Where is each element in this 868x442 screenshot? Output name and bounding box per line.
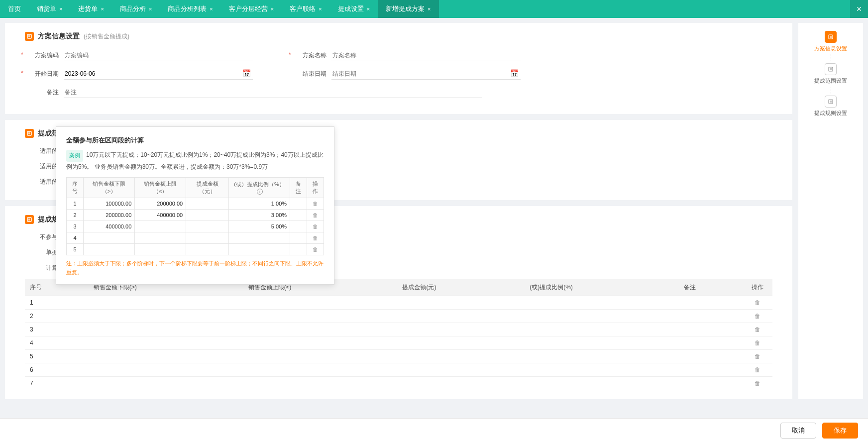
popover-desc: 案例10万元以下无提成；10~20万元提成比例为1%；20~40万提成比例为3%… (66, 150, 324, 172)
popover-title: 全额参与所在区间段的计算 (66, 136, 324, 145)
table-row: 4🗑 (67, 232, 324, 244)
svg-rect-3 (27, 131, 31, 135)
delete-icon[interactable]: 🗑 (755, 299, 760, 306)
tab-首页[interactable]: 首页 (0, 0, 29, 18)
close-icon[interactable]: × (367, 0, 370, 18)
svg-rect-0 (27, 34, 31, 38)
column-header: 销售金额下限（>） (83, 178, 134, 198)
tab-客户联络[interactable]: 客户联络× (282, 0, 329, 18)
column-header: 备注 (679, 279, 743, 296)
table-row: 1🗑 (25, 296, 772, 310)
anchor-nav: 方案信息设置提成范围设置提成规则设置 (798, 23, 863, 399)
close-icon[interactable]: × (428, 0, 431, 18)
delete-icon[interactable]: 🗑 (755, 313, 760, 320)
column-header: (或）提成比例（%） i (228, 178, 290, 198)
code-label: 方案编码 (25, 51, 59, 60)
popover-desc-text: 10万元以下无提成；10~20万元提成比例为1%；20~40万提成比例为3%；4… (66, 151, 324, 170)
delete-icon[interactable]: 🗑 (313, 223, 318, 229)
column-header: 提成金额(元) (397, 279, 525, 296)
table-row: 5🗑 (25, 350, 772, 363)
table-row: 3400000.005.00%🗑 (67, 221, 324, 232)
anchor-icon (825, 96, 837, 108)
panel-title: 方案信息设置 (按销售金额提成) (25, 32, 772, 41)
column-header: 提成金额（元） (186, 178, 229, 198)
section1-title: 方案信息设置 (38, 32, 80, 41)
tabs-container: 首页销货单×进货单×商品分析×商品分析列表×客户分层经营×客户联络×提成设置×新… (0, 0, 439, 18)
table-row: 3🗑 (25, 323, 772, 336)
column-header: 操作 (743, 279, 772, 296)
column-header: 销售金额上限（≤） (135, 178, 186, 198)
table-row: 7🗑 (25, 377, 772, 390)
close-icon[interactable]: × (210, 0, 213, 18)
anchor-方案信息设置[interactable]: 方案信息设置 (814, 31, 847, 52)
end-date-input[interactable] (331, 68, 521, 80)
svg-rect-6 (27, 218, 31, 221)
tab-bar: 首页销货单×进货单×商品分析×商品分析列表×客户分层经营×客户联络×提成设置×新… (0, 0, 868, 18)
delete-icon[interactable]: 🗑 (755, 353, 760, 360)
tab-新增提成方案[interactable]: 新增提成方案× (378, 0, 438, 18)
delete-icon[interactable]: 🗑 (755, 366, 760, 373)
table-row: 1100000.00200000.001.00%🗑 (67, 198, 324, 210)
name-label: 方案名称 (293, 51, 326, 60)
column-header: 序号 (67, 178, 84, 198)
popover-table: 序号销售金额下限（>）销售金额上限（≤）提成金额（元）(或）提成比例（%） i备… (66, 177, 324, 255)
close-icon[interactable]: × (101, 0, 104, 18)
name-input[interactable] (331, 50, 521, 61)
table-row: 4🗑 (25, 336, 772, 350)
delete-icon[interactable]: 🗑 (755, 380, 760, 387)
info-icon[interactable]: i (257, 189, 263, 195)
anchor-提成范围设置[interactable]: 提成范围设置 (814, 63, 847, 85)
close-icon[interactable]: × (59, 0, 62, 18)
start-date-label: 开始日期 (25, 70, 59, 78)
table-row: 6🗑 (25, 363, 772, 377)
table-row: 2🗑 (25, 310, 772, 323)
popover-note: 注：上限必须大于下限；多个阶梯时，下一个阶梯下限要等于前一阶梯上限；不同行之间下… (66, 259, 324, 277)
start-date-input[interactable] (64, 68, 253, 80)
delete-icon[interactable]: 🗑 (755, 326, 760, 333)
delete-icon[interactable]: 🗑 (313, 246, 318, 252)
calendar-icon[interactable]: 📅 (510, 69, 519, 77)
example-popover: 全额参与所在区间段的计算 案例10万元以下无提成；10~20万元提成比例为1%；… (56, 126, 334, 285)
delete-icon[interactable]: 🗑 (313, 212, 318, 218)
tab-进货单[interactable]: 进货单× (70, 0, 111, 18)
column-header: 操作 (307, 178, 324, 198)
calendar-icon[interactable]: 📅 (242, 69, 251, 77)
table-row: 5🗑 (67, 244, 324, 255)
column-header: (或)提成比例(%) (525, 279, 679, 296)
column-header: 备注 (290, 178, 307, 198)
panel-plan-info: 方案信息设置 (按销售金额提成) 方案编码 方案名称 开始日期 (5, 23, 792, 114)
footer-bar: 取消 保存 (0, 418, 868, 429)
end-date-label: 结束日期 (293, 70, 326, 78)
svg-rect-9 (829, 35, 833, 39)
delete-icon[interactable]: 🗑 (313, 201, 318, 207)
example-tag: 案例 (66, 150, 83, 162)
close-icon[interactable]: × (149, 0, 152, 18)
section-icon (25, 32, 34, 41)
remark-input[interactable] (64, 87, 482, 98)
anchor-icon (825, 31, 837, 43)
table-row: 2200000.00400000.003.00%🗑 (67, 210, 324, 221)
section-icon (25, 215, 34, 224)
rule-tier-table: 序号销售金额下限(>)销售金额上限(≤)提成金额(元)(或)提成比例(%)备注操… (25, 279, 772, 390)
remark-label: 备注 (25, 88, 59, 97)
close-icon[interactable]: × (319, 0, 322, 18)
section1-subtitle: (按销售金额提成) (84, 32, 129, 41)
delete-icon[interactable]: 🗑 (755, 339, 760, 346)
save-button[interactable]: 保存 (822, 423, 858, 430)
tab-客户分层经营[interactable]: 客户分层经营× (221, 0, 282, 18)
tab-商品分析列表[interactable]: 商品分析列表× (160, 0, 220, 18)
delete-icon[interactable]: 🗑 (313, 235, 318, 241)
tab-提成设置[interactable]: 提成设置× (330, 0, 378, 18)
code-input[interactable] (64, 50, 253, 61)
anchor-提成规则设置[interactable]: 提成规则设置 (814, 96, 847, 117)
tab-bar-close[interactable]: × (850, 0, 868, 18)
section-icon (25, 129, 34, 138)
svg-rect-15 (829, 100, 833, 104)
anchor-icon (825, 63, 837, 75)
tab-销货单[interactable]: 销货单× (29, 0, 70, 18)
close-icon[interactable]: × (271, 0, 274, 18)
cancel-button[interactable]: 取消 (780, 423, 816, 430)
tab-商品分析[interactable]: 商品分析× (112, 0, 160, 18)
svg-rect-12 (829, 67, 833, 71)
